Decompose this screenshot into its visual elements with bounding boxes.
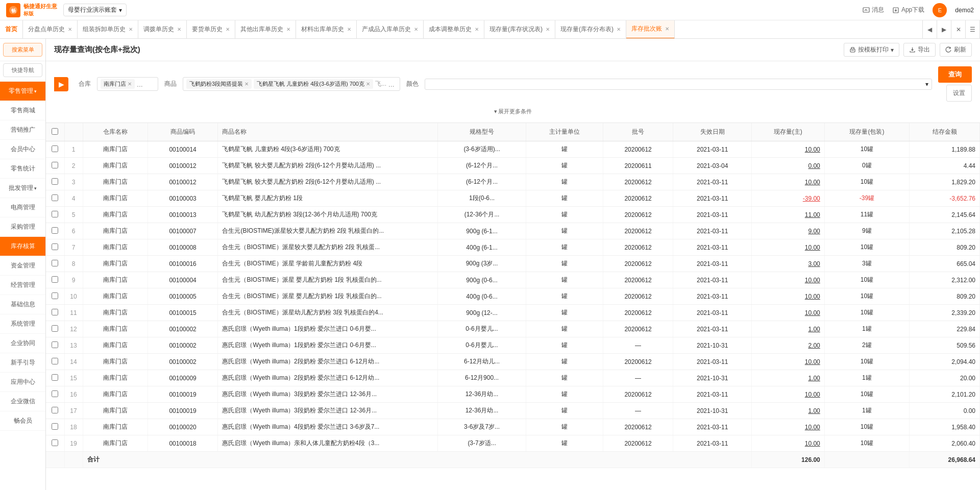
- search-menu-button[interactable]: 搜索菜单: [3, 43, 42, 57]
- product-tag-2-close-icon[interactable]: ✕: [366, 81, 370, 87]
- row-stock-main[interactable]: 10.00: [751, 354, 824, 370]
- row-check[interactable]: [46, 354, 64, 370]
- row-stock-main[interactable]: 11.00: [751, 207, 824, 223]
- row-checkbox[interactable]: [52, 407, 58, 413]
- tab-close-icon[interactable]: ✕: [347, 27, 351, 32]
- warehouse-more[interactable]: ...: [135, 80, 145, 88]
- row-check[interactable]: [46, 305, 64, 321]
- quick-nav-button[interactable]: 快捷导航: [3, 63, 42, 77]
- product-more-btn[interactable]: ...: [386, 80, 397, 88]
- sidebar-item-zi-jin[interactable]: 资金管理: [0, 256, 45, 276]
- row-check[interactable]: [46, 419, 64, 435]
- color-filter[interactable]: [425, 79, 932, 90]
- row-check[interactable]: [46, 288, 64, 305]
- row-check[interactable]: [46, 272, 64, 288]
- row-check[interactable]: [46, 158, 64, 174]
- row-checkbox[interactable]: [52, 325, 58, 332]
- sidebar-item-ku-cun[interactable]: 库存核算: [0, 237, 45, 256]
- row-check[interactable]: [46, 207, 64, 223]
- tab-xian-cun-zhuang[interactable]: 现存量(库存状况表) ✕: [484, 20, 555, 39]
- row-stock-main[interactable]: 10.00: [751, 239, 824, 256]
- row-check[interactable]: [46, 321, 64, 337]
- row-check[interactable]: [46, 239, 64, 256]
- tab-close-icon[interactable]: ✕: [414, 27, 418, 32]
- row-stock-main[interactable]: 1.00: [751, 321, 824, 337]
- row-checkbox[interactable]: [52, 292, 58, 299]
- tab-close-icon[interactable]: ✕: [129, 27, 133, 32]
- tab-ku-cun-pi[interactable]: 库存批次账 ✕: [626, 20, 675, 39]
- row-stock-main[interactable]: 1.00: [751, 370, 824, 386]
- row-checkbox[interactable]: [52, 211, 58, 217]
- sidebar-item-ling-shou-shang[interactable]: 零售商城: [0, 101, 45, 120]
- sidebar-item-jing-ying[interactable]: 经营管理: [0, 276, 45, 295]
- tab-close-icon[interactable]: ✕: [286, 27, 290, 32]
- row-check[interactable]: [46, 190, 64, 207]
- settings-button[interactable]: 设置: [946, 85, 972, 102]
- export-button[interactable]: 导出: [903, 43, 936, 57]
- tab-chan-pin-ru[interactable]: 产成品入库单历史 ✕: [357, 20, 424, 39]
- tab-zu-chai[interactable]: 组装拆卸单历史 ✕: [78, 20, 138, 39]
- tab-fen-pan[interactable]: 分盘点单历史 ✕: [23, 20, 78, 39]
- sidebar-item-ji-chu[interactable]: 基础信息: [0, 295, 45, 314]
- row-checkbox[interactable]: [52, 178, 58, 185]
- account-selector[interactable]: 母婴行业演示账套: [63, 4, 127, 16]
- row-check[interactable]: [46, 386, 64, 403]
- tab-close-icon[interactable]: ✕: [177, 27, 181, 32]
- row-stock-main[interactable]: 10.00: [751, 435, 824, 452]
- row-checkbox[interactable]: [52, 243, 58, 250]
- tab-close-icon[interactable]: ✕: [226, 27, 230, 32]
- tab-diao-bo[interactable]: 调拨单历史 ✕: [138, 20, 187, 39]
- row-stock-main[interactable]: 10.00: [751, 288, 824, 305]
- row-stock-main[interactable]: 10.00: [751, 305, 824, 321]
- sidebar-item-ying-xiao[interactable]: 营销推广: [0, 120, 45, 140]
- tab-close-icon[interactable]: ✕: [475, 27, 479, 32]
- row-check[interactable]: [46, 403, 64, 419]
- sidebar-item-cai-gou[interactable]: 采购管理: [0, 217, 45, 237]
- row-checkbox[interactable]: [52, 260, 58, 266]
- row-check[interactable]: [46, 174, 64, 190]
- row-checkbox[interactable]: [52, 276, 58, 283]
- user-avatar[interactable]: E: [933, 3, 947, 17]
- tab-next-button[interactable]: ▶: [937, 20, 951, 39]
- sidebar-item-dian-shang[interactable]: 电商管理: [0, 198, 45, 217]
- row-stock-main[interactable]: 3.00: [751, 256, 824, 272]
- row-checkbox[interactable]: [52, 227, 58, 234]
- tab-close-icon[interactable]: ✕: [665, 26, 669, 32]
- message-button[interactable]: 消息: [863, 6, 884, 14]
- row-checkbox[interactable]: [52, 309, 58, 315]
- tab-close-current-button[interactable]: ✕: [951, 20, 966, 39]
- sidebar-item-qi-ye-wei[interactable]: 企业微信: [0, 392, 45, 411]
- sidebar-item-pi-fa[interactable]: 批发管理 ▾: [0, 179, 45, 198]
- tab-xian-cun-fen[interactable]: 现存量(库存分布表) ✕: [555, 20, 626, 39]
- tab-close-icon[interactable]: ✕: [617, 27, 621, 32]
- row-check[interactable]: [46, 370, 64, 386]
- row-checkbox[interactable]: [52, 390, 58, 397]
- row-checkbox[interactable]: [52, 439, 58, 446]
- row-checkbox[interactable]: [52, 162, 58, 168]
- row-stock-main[interactable]: 9.00: [751, 223, 824, 239]
- tab-menu-button[interactable]: ☰: [966, 20, 980, 39]
- tab-yao-huo[interactable]: 要货单历史 ✕: [187, 20, 235, 39]
- sidebar-item-xi-tong[interactable]: 系统管理: [0, 314, 45, 334]
- sidebar-item-xin-shou[interactable]: 新手引导: [0, 353, 45, 373]
- print-button[interactable]: 按模板打印: [844, 43, 899, 57]
- row-check[interactable]: [46, 141, 64, 158]
- tab-cai-liao-chu[interactable]: 材料出库单历史 ✕: [296, 20, 357, 39]
- tab-home[interactable]: 首页: [0, 20, 23, 39]
- tab-close-icon[interactable]: ✕: [546, 27, 550, 32]
- query-button[interactable]: 查询: [938, 66, 972, 83]
- warehouse-tag-close-icon[interactable]: ✕: [128, 81, 132, 87]
- refresh-button[interactable]: 刷新: [940, 43, 972, 57]
- row-stock-main[interactable]: 10.00: [751, 141, 824, 158]
- sidebar-item-chang-hui[interactable]: 畅会员: [0, 411, 45, 431]
- row-check[interactable]: [46, 337, 64, 354]
- row-stock-main[interactable]: -39.00: [751, 190, 824, 207]
- product-filter[interactable]: 飞鹤奶粉3段闻搭提装 ✕ 飞鹤星飞帆 儿童奶粉 4段(3-6岁适用) 700克 …: [183, 77, 400, 91]
- sidebar-item-ling-shou-tong[interactable]: 零售统计: [0, 159, 45, 179]
- row-checkbox[interactable]: [52, 194, 58, 201]
- row-checkbox[interactable]: [52, 341, 58, 348]
- row-checkbox[interactable]: [52, 374, 58, 381]
- row-stock-main[interactable]: 10.00: [751, 386, 824, 403]
- row-stock-main[interactable]: 1.00: [751, 403, 824, 419]
- row-checkbox[interactable]: [52, 145, 58, 152]
